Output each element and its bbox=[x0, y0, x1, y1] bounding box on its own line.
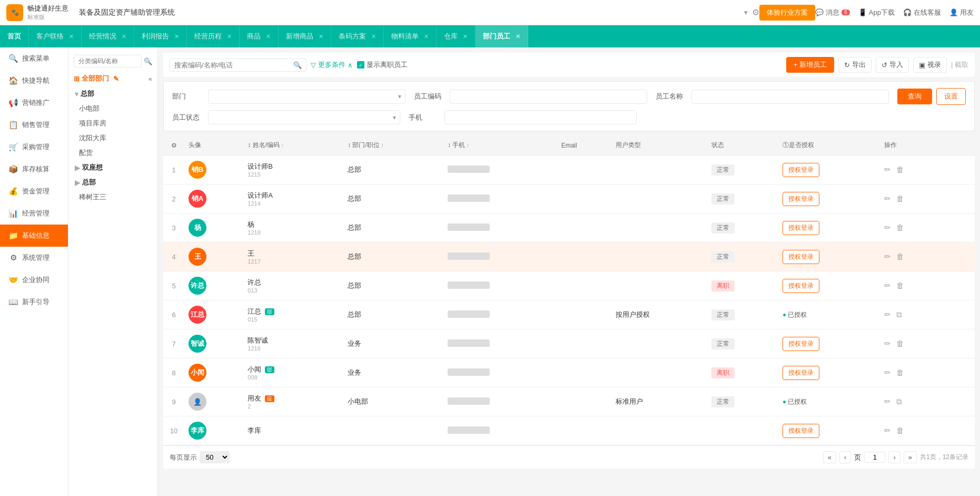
tree-search-input[interactable] bbox=[74, 55, 142, 67]
auth-button[interactable]: 授权登录 bbox=[783, 192, 819, 206]
tree-group-zongbu[interactable]: ▾ 总部 bbox=[68, 86, 157, 101]
tab-goods[interactable]: 商品 ✕ bbox=[240, 25, 279, 47]
page-input[interactable] bbox=[864, 452, 885, 463]
show-resigned-toggle[interactable]: ✓ 显示离职员工 bbox=[357, 60, 408, 70]
auth-button[interactable]: 授权登录 bbox=[783, 163, 819, 177]
tab-close-icon[interactable]: ✕ bbox=[69, 33, 74, 40]
sidebar-item-search[interactable]: 🔍 搜索菜单 bbox=[0, 47, 68, 70]
tab-customer[interactable]: 客户联络 ✕ bbox=[29, 25, 82, 47]
tab-close-icon[interactable]: ✕ bbox=[227, 33, 232, 40]
prev-page-button[interactable]: ‹ bbox=[839, 451, 851, 463]
next-page-button[interactable]: › bbox=[888, 451, 900, 463]
auth-button[interactable]: 授权登录 bbox=[783, 424, 819, 438]
sidebar-item-marketing[interactable]: 📢 营销推广 bbox=[0, 92, 68, 114]
delete-icon[interactable]: 🗑 bbox=[896, 223, 904, 232]
emp-name-input[interactable] bbox=[691, 90, 889, 104]
tree-group-shuangzuo[interactable]: ▶ 双座想 bbox=[68, 160, 157, 175]
tab-close-icon[interactable]: ✕ bbox=[463, 33, 468, 40]
sidebar-item-shortcut[interactable]: 🏠 快捷导航 bbox=[0, 70, 68, 92]
tab-close-icon[interactable]: ✕ bbox=[319, 33, 323, 40]
tab-barcode[interactable]: 条码方案 ✕ bbox=[331, 25, 384, 47]
export-button[interactable]: ↻ 导出 bbox=[838, 57, 872, 73]
tree-collapse-icon[interactable]: « bbox=[149, 75, 152, 83]
search-input[interactable] bbox=[174, 61, 291, 69]
delete-icon[interactable]: 🗑 bbox=[896, 281, 904, 290]
per-page-select[interactable]: 50 100 bbox=[200, 451, 230, 463]
tab-history[interactable]: 经营历程 ✕ bbox=[187, 25, 240, 47]
edit-icon[interactable]: ✏ bbox=[884, 165, 891, 174]
tab-close-icon[interactable]: ✕ bbox=[122, 33, 126, 40]
tab-new-goods[interactable]: 新增商品 ✕ bbox=[279, 25, 331, 47]
tree-node-project[interactable]: 项目库房 bbox=[68, 116, 157, 131]
tree-node-shenyang[interactable]: 沈阳大库 bbox=[68, 131, 157, 145]
edit-icon[interactable]: ✏ bbox=[884, 426, 891, 435]
first-page-button[interactable]: « bbox=[823, 451, 836, 463]
sidebar-item-system[interactable]: ⚙ 系统管理 bbox=[0, 247, 68, 269]
tab-close-icon[interactable]: ✕ bbox=[266, 33, 271, 40]
sidebar-item-purchase[interactable]: 🛒 采购管理 bbox=[0, 136, 68, 158]
edit-icon[interactable]: ✏ bbox=[884, 281, 891, 290]
tree-node-peihuo[interactable]: 配货 bbox=[68, 145, 157, 160]
edit-icon[interactable]: ✏ bbox=[884, 194, 891, 203]
more-actions-icon[interactable]: | 截取 bbox=[951, 60, 968, 70]
col-dept[interactable]: ↕ 部门/职位 bbox=[343, 135, 443, 155]
col-settings[interactable]: ⚙ bbox=[163, 135, 184, 155]
more-filters-button[interactable]: ▽ 更多条件 ∧ bbox=[311, 60, 353, 70]
tree-node-xiaodian[interactable]: 小电部 bbox=[68, 101, 157, 116]
copy-icon[interactable]: ⧉ bbox=[896, 310, 902, 319]
phone-input[interactable] bbox=[444, 110, 637, 124]
view-button[interactable]: ▣ 视录 bbox=[913, 57, 947, 73]
edit-icon[interactable]: ✏ bbox=[884, 368, 891, 377]
trial-button[interactable]: 体验行业方案 bbox=[759, 5, 815, 21]
copy-icon[interactable]: ⧉ bbox=[896, 397, 902, 406]
delete-icon[interactable]: 🗑 bbox=[896, 426, 904, 435]
auth-button[interactable]: 授权登录 bbox=[783, 337, 819, 351]
sidebar-item-operations[interactable]: 📊 经营管理 bbox=[0, 202, 68, 225]
emp-status-select[interactable] bbox=[208, 110, 400, 124]
edit-dept-icon[interactable]: ✎ bbox=[113, 75, 119, 83]
tab-home[interactable]: 首页 bbox=[0, 25, 29, 47]
sidebar-item-guide[interactable]: 📖 新手引导 bbox=[0, 291, 68, 313]
edit-icon[interactable]: ✏ bbox=[884, 252, 891, 261]
tab-bom[interactable]: 物料清单 ✕ bbox=[384, 25, 437, 47]
last-page-button[interactable]: » bbox=[904, 451, 917, 463]
auth-button[interactable]: 授权登录 bbox=[783, 279, 819, 293]
delete-icon[interactable]: 🗑 bbox=[896, 368, 904, 377]
app-download-button[interactable]: 📱 App下载 bbox=[858, 8, 895, 17]
tab-close-icon[interactable]: ✕ bbox=[516, 33, 520, 40]
sidebar-item-inventory[interactable]: 📦 库存核算 bbox=[0, 158, 68, 180]
tree-group-zongbu2[interactable]: ▶ 总部 bbox=[68, 175, 157, 190]
online-service-button[interactable]: 🎧 在线客服 bbox=[903, 8, 941, 17]
user-button[interactable]: 👤 用友 bbox=[949, 8, 974, 17]
tab-warehouse[interactable]: 仓库 ✕ bbox=[437, 25, 476, 47]
settings-button[interactable]: 设置 bbox=[936, 88, 966, 105]
auth-button[interactable]: 授权登录 bbox=[783, 221, 819, 235]
settings-icon[interactable]: ⚙ bbox=[752, 7, 759, 17]
tab-department[interactable]: 部门员工 ✕ bbox=[476, 25, 528, 47]
auth-button[interactable]: 授权登录 bbox=[783, 250, 819, 264]
tree-header[interactable]: ⊞ 全部部门 ✎ « bbox=[68, 71, 157, 86]
col-phone[interactable]: ↕ 手机 bbox=[443, 135, 557, 155]
dept-select[interactable] bbox=[208, 90, 405, 104]
auth-button[interactable]: 授权登录 bbox=[783, 366, 819, 380]
search-button[interactable]: 查询 bbox=[897, 89, 932, 104]
edit-icon[interactable]: ✏ bbox=[884, 223, 891, 232]
delete-icon[interactable]: 🗑 bbox=[896, 194, 904, 203]
tab-operation[interactable]: 经营情况 ✕ bbox=[82, 25, 134, 47]
edit-icon[interactable]: ✏ bbox=[884, 397, 891, 406]
sidebar-item-basic[interactable]: 📁 基础信息 bbox=[0, 225, 68, 247]
col-name[interactable]: ↕ 姓名/编码 bbox=[243, 135, 343, 155]
delete-icon[interactable]: 🗑 bbox=[896, 165, 904, 174]
emp-code-input[interactable] bbox=[450, 90, 647, 104]
sidebar-item-cooperation[interactable]: 🤝 企业协同 bbox=[0, 269, 68, 291]
message-button[interactable]: 💬 消息 6 bbox=[815, 8, 850, 17]
edit-icon[interactable]: ✏ bbox=[884, 310, 891, 319]
import-button[interactable]: ↺ 导入 bbox=[876, 57, 909, 73]
search-icon[interactable]: 🔍 bbox=[293, 61, 302, 69]
delete-icon[interactable]: 🗑 bbox=[896, 339, 904, 348]
tree-node-xishu[interactable]: 稀树王三 bbox=[68, 190, 157, 205]
dropdown-arrow-icon[interactable]: ▾ bbox=[744, 8, 748, 16]
tab-close-icon[interactable]: ✕ bbox=[424, 33, 429, 40]
sidebar-item-sales[interactable]: 📋 销售管理 bbox=[0, 114, 68, 136]
tab-profit[interactable]: 利润报告 ✕ bbox=[134, 25, 187, 47]
